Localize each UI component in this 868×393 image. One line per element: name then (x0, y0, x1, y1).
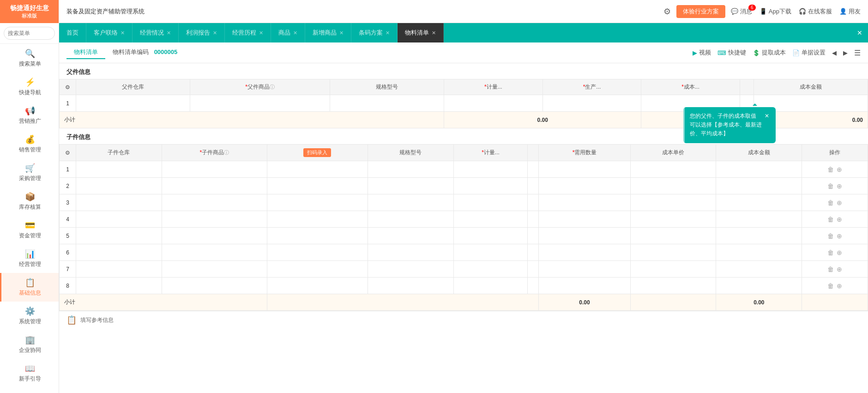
child-row-spec-8[interactable] (368, 278, 453, 294)
copy-icon-6[interactable]: ⊕ (837, 249, 842, 256)
child-row-warehouse-5[interactable] (76, 228, 162, 244)
sidebar-item-basic-info[interactable]: 📋基础信息 (0, 273, 59, 302)
sidebar-item-sales[interactable]: 💰销售管理 (0, 130, 59, 158)
child-row-unit-7[interactable] (453, 261, 528, 278)
shortcut-action[interactable]: ⌨ 快捷键 (717, 48, 746, 57)
parent-row-produce[interactable] (542, 95, 641, 112)
nav-tab-profit[interactable]: 利润报告✕ (179, 23, 225, 42)
tooltip-close-btn[interactable]: ✕ (765, 112, 769, 121)
copy-icon-7[interactable]: ⊕ (837, 266, 842, 273)
nav-prev-btn[interactable]: ◀ (832, 49, 837, 56)
copy-icon-3[interactable]: ⊕ (837, 199, 842, 206)
child-row-goods-8[interactable] (162, 278, 267, 294)
child-row-spec-5[interactable] (368, 228, 453, 244)
parent-row-unit[interactable] (444, 95, 543, 112)
nav-tab-close-customer[interactable]: ✕ (121, 30, 125, 36)
nav-tab-close-barcode[interactable]: ✕ (386, 30, 390, 36)
sidebar-item-search[interactable]: 🔍搜索菜单 (0, 44, 59, 73)
delete-icon-1[interactable]: 🗑 (827, 166, 834, 173)
child-row-goods-5[interactable] (162, 228, 267, 244)
child-row-unit-1[interactable] (453, 161, 528, 178)
sidebar-item-inventory[interactable]: 📦库存核算 (0, 187, 59, 216)
child-row-goods-3[interactable] (162, 194, 267, 211)
app-download-btn[interactable]: 📱 App下载 (760, 7, 791, 16)
child-row-goods-1[interactable] (162, 161, 267, 178)
child-row-qty-5[interactable] (539, 228, 630, 244)
scan-input-button[interactable]: 扫码录入 (303, 148, 331, 157)
child-row-spec-6[interactable] (368, 244, 453, 261)
settings-icon[interactable]: ⚙ (663, 6, 671, 17)
sidebar-item-guide[interactable]: 📖新手引导 (0, 359, 59, 387)
child-row-qty-8[interactable] (539, 278, 630, 294)
child-row-spec-1[interactable] (368, 161, 453, 178)
child-row-goods-7[interactable] (162, 261, 267, 278)
messages-btn[interactable]: 💬 6 消息 (731, 7, 752, 16)
parent-col-settings[interactable]: ⚙ (60, 79, 76, 95)
copy-icon-5[interactable]: ⊕ (837, 232, 842, 240)
child-row-unit-6[interactable] (453, 244, 528, 261)
child-row-warehouse-3[interactable] (76, 194, 162, 211)
close-all-tabs-btn[interactable]: ✕ (851, 29, 868, 36)
sidebar-item-purchase[interactable]: 🛒采购管理 (0, 158, 59, 187)
child-row-warehouse-8[interactable] (76, 278, 162, 294)
child-row-goods-6[interactable] (162, 244, 267, 261)
child-row-warehouse-2[interactable] (76, 178, 162, 194)
nav-tab-history[interactable]: 经营历程✕ (225, 23, 271, 42)
nav-tab-barcode[interactable]: 条码方案✕ (351, 23, 398, 42)
sidebar-item-finance[interactable]: 💳资金管理 (0, 216, 59, 244)
nav-tab-close-profit[interactable]: ✕ (213, 30, 217, 36)
child-row-spec-2[interactable] (368, 178, 453, 194)
video-action[interactable]: ▶ 视频 (693, 48, 711, 57)
nav-tab-goods[interactable]: 商品✕ (271, 23, 305, 42)
nav-next-btn[interactable]: ▶ (843, 49, 848, 56)
child-row-spec-3[interactable] (368, 194, 453, 211)
nav-tab-customer[interactable]: 客户联络✕ (86, 23, 133, 42)
nav-tab-close-history[interactable]: ✕ (259, 30, 263, 36)
child-col-settings[interactable]: ⚙ (60, 145, 76, 161)
child-row-goods-2[interactable] (162, 178, 267, 194)
sub-tab-bom[interactable]: 物料清单 (66, 46, 105, 59)
child-row-unit-3[interactable] (453, 194, 528, 211)
child-row-warehouse-7[interactable] (76, 261, 162, 278)
delete-icon-5[interactable]: 🗑 (827, 232, 834, 240)
nav-tab-close-goods[interactable]: ✕ (293, 30, 297, 36)
child-row-unit-8[interactable] (453, 278, 528, 294)
nav-tab-close-bom[interactable]: ✕ (432, 30, 436, 36)
cost-action[interactable]: 💲 提取成本 (753, 48, 786, 57)
delete-icon-3[interactable]: 🗑 (827, 199, 834, 206)
parent-row-spec[interactable] (330, 95, 444, 112)
delete-icon-4[interactable]: 🗑 (827, 216, 834, 223)
child-row-warehouse-4[interactable] (76, 211, 162, 228)
child-row-spec-4[interactable] (368, 211, 453, 228)
nav-tab-home[interactable]: 首页 (59, 23, 86, 42)
child-row-unit-4[interactable] (453, 211, 528, 228)
nav-tab-operation[interactable]: 经营情况✕ (133, 23, 179, 42)
child-row-qty-4[interactable] (539, 211, 630, 228)
parent-row-warehouse[interactable] (76, 95, 190, 112)
sidebar-item-enterprise[interactable]: 🏢企业协同 (0, 330, 59, 359)
search-input[interactable] (4, 27, 55, 40)
user-btn[interactable]: 👤 用友 (839, 7, 861, 16)
child-row-spec-7[interactable] (368, 261, 453, 278)
child-row-unit-2[interactable] (453, 178, 528, 194)
nav-tab-close-new-goods[interactable]: ✕ (339, 30, 344, 36)
child-row-warehouse-1[interactable] (76, 161, 162, 178)
nav-tab-new-goods[interactable]: 新增商品✕ (305, 23, 351, 42)
parent-row-goods[interactable] (190, 95, 330, 112)
trial-button[interactable]: 体验行业方案 (676, 5, 725, 18)
sidebar-item-marketing[interactable]: 📢营销推广 (0, 101, 59, 130)
nav-tab-close-operation[interactable]: ✕ (167, 30, 171, 36)
copy-icon-4[interactable]: ⊕ (837, 216, 842, 223)
settings-action[interactable]: 📄 单据设置 (792, 48, 826, 57)
child-row-qty-6[interactable] (539, 244, 630, 261)
child-row-qty-7[interactable] (539, 261, 630, 278)
copy-icon-1[interactable]: ⊕ (837, 166, 842, 173)
copy-icon-8[interactable]: ⊕ (837, 282, 842, 290)
delete-icon-2[interactable]: 🗑 (827, 182, 834, 190)
child-row-qty-1[interactable] (539, 161, 630, 178)
child-row-unit-5[interactable] (453, 228, 528, 244)
delete-icon-6[interactable]: 🗑 (827, 249, 834, 256)
online-service-btn[interactable]: 🎧 在线客服 (799, 7, 832, 16)
child-row-goods-4[interactable] (162, 211, 267, 228)
delete-icon-8[interactable]: 🗑 (827, 282, 834, 290)
